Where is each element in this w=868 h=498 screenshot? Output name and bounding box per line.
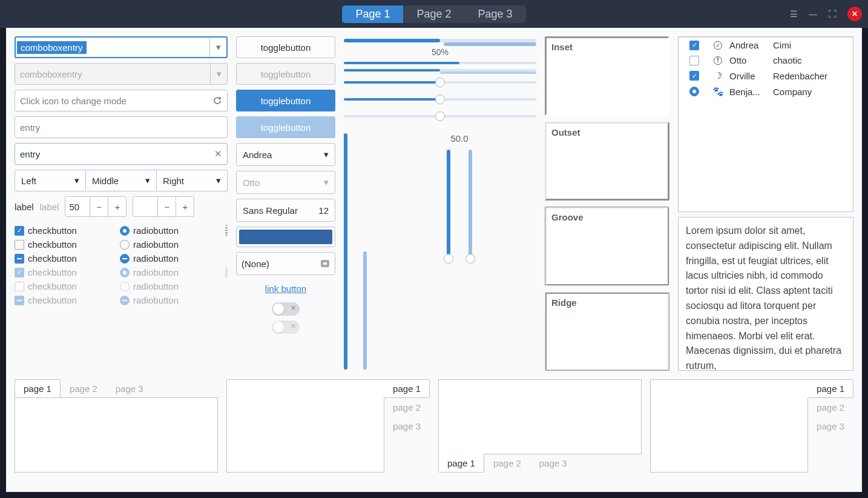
entry-mode[interactable]: Click icon to change mode	[15, 90, 228, 111]
table-row[interactable]: 🐾 Benja... Company	[679, 84, 853, 99]
minimize-icon[interactable]: —	[809, 9, 817, 19]
row-checkbox[interactable]	[689, 41, 699, 50]
checkbutton-1[interactable]: checkbutton	[15, 225, 109, 236]
notebook-page	[650, 379, 808, 473]
checkbutton-4-disabled: checkbutton	[15, 267, 109, 277]
switch-1[interactable]: ✕	[272, 302, 300, 316]
entry-1[interactable]: entry	[15, 116, 228, 138]
spin-minus-icon[interactable]: −	[90, 197, 108, 216]
combo-text[interactable]: comboboxentry	[17, 41, 87, 54]
spinner-icon-disabled	[225, 266, 228, 279]
table-row[interactable]: ✓ Andrea Cimi	[679, 38, 853, 53]
progress-label: 50%	[344, 47, 536, 57]
refresh-icon[interactable]	[212, 96, 222, 105]
entry-2[interactable]: entry ✕	[15, 143, 228, 165]
color-swatch-inner	[239, 230, 332, 244]
radiobutton-5-disabled: radiobutton	[120, 281, 214, 291]
nb-tab-3[interactable]: page 3	[107, 379, 153, 398]
nb-tab-1[interactable]: page 1	[384, 379, 430, 398]
checkbutton-3[interactable]: checkbutton	[15, 253, 109, 264]
treeview[interactable]: ✓ Andrea Cimi ! Otto chaotic ☽ Orville R…	[678, 36, 853, 212]
nb-tab-3[interactable]: page 3	[807, 417, 853, 436]
switch-off-icon: ✕	[291, 304, 296, 312]
checkbutton-2[interactable]: checkbutton	[15, 239, 109, 250]
nb-tab-2[interactable]: page 2	[61, 379, 107, 398]
row-checkbox[interactable]	[689, 71, 699, 81]
notebook-page	[15, 397, 218, 473]
font-selector[interactable]: Sans Regular12	[236, 199, 335, 222]
spin-plus-icon[interactable]: +	[108, 197, 126, 216]
checkbutton-5-disabled: checkbutton	[15, 281, 109, 291]
file-chooser-button[interactable]: (None)	[236, 252, 335, 275]
row-checkbox[interactable]	[689, 56, 699, 65]
svg-rect-1	[323, 262, 327, 265]
maximize-icon[interactable]: ⛶	[828, 9, 837, 19]
clear-icon[interactable]: ✕	[214, 148, 222, 159]
table-row[interactable]: ! Otto chaotic	[679, 53, 853, 68]
tab-page-3[interactable]: Page 3	[465, 5, 526, 23]
notebook-right-tabs-2: page 1 page 2 page 3	[650, 379, 853, 473]
textview[interactable]: Lorem ipsum dolor sit amet, consectetur …	[678, 217, 853, 371]
close-icon[interactable]: ✕	[847, 7, 862, 21]
chevron-down-icon[interactable]: ▾	[209, 38, 226, 57]
togglebutton-4-active-disabled: togglebutton	[236, 116, 335, 138]
label-enabled: label	[15, 202, 34, 212]
scale-h-3[interactable]	[344, 115, 536, 118]
col-entries: comboboxentry ▾ comboboxentry ▾ Click ic…	[15, 36, 228, 371]
night-icon: ☽	[714, 70, 722, 81]
scale-v-1[interactable]	[344, 133, 347, 370]
titlebar: Page 1 Page 2 Page 3 ☰ — ⛶ ✕	[0, 0, 868, 28]
nb-tab-1[interactable]: page 1	[807, 379, 853, 398]
dropdown-row: Left▾ Middle▾ Right▾	[15, 170, 228, 191]
scale-h-1[interactable]	[344, 81, 536, 84]
nb-tab-2[interactable]: page 2	[384, 398, 430, 417]
spinbutton-2-disabled: − +	[133, 196, 194, 217]
link-button[interactable]: link button	[236, 280, 335, 297]
scale-v-2[interactable]	[363, 251, 367, 370]
chevron-down-icon: ▾	[324, 177, 329, 188]
chevron-down-icon: ▾	[210, 64, 227, 84]
nb-tab-3[interactable]: page 3	[384, 417, 430, 436]
spinbutton-1[interactable]: 50 − +	[65, 196, 127, 217]
tab-page-1[interactable]: Page 1	[342, 5, 403, 23]
dropdown-left[interactable]: Left▾	[15, 170, 86, 191]
togglebutton-3-active[interactable]: togglebutton	[236, 90, 335, 111]
combo-text: comboboxentry	[15, 69, 210, 79]
dropdown-middle[interactable]: Middle▾	[86, 170, 157, 191]
scale-v-4[interactable]	[469, 150, 472, 259]
row-radio[interactable]	[689, 87, 699, 96]
nb-tab-3[interactable]: page 3	[530, 454, 576, 473]
radiobutton-2[interactable]: radiobutton	[120, 239, 214, 250]
color-button[interactable]	[236, 227, 335, 247]
nb-tab-1[interactable]: page 1	[15, 379, 61, 398]
table-row[interactable]: ☽ Orville Redenbacher	[679, 68, 853, 84]
progressbar-3	[344, 69, 536, 71]
paw-icon: 🐾	[712, 86, 724, 97]
notebooks-area: page 1 page 2 page 3 page 1 page 2 page …	[6, 379, 862, 481]
togglebutton-1[interactable]: togglebutton	[236, 36, 335, 58]
tab-page-2[interactable]: Page 2	[403, 5, 464, 23]
dropdown-right[interactable]: Right▾	[157, 170, 228, 191]
radiobutton-3[interactable]: radiobutton	[120, 253, 214, 264]
notebook-page	[438, 379, 642, 454]
label-spin-row: label label 50 − + − +	[15, 196, 228, 217]
scale-v-3[interactable]	[447, 150, 450, 259]
entry-value: entry	[20, 122, 40, 133]
nb-tab-2[interactable]: page 2	[484, 454, 530, 473]
spin-value[interactable]: 50	[65, 197, 90, 216]
nb-tab-2[interactable]: page 2	[807, 398, 853, 417]
page-switcher: Page 1 Page 2 Page 3	[342, 5, 525, 23]
combobox-andrea[interactable]: Andrea▾	[236, 143, 335, 166]
hamburger-menu-icon[interactable]: ☰	[790, 9, 798, 19]
check-radio-grid: checkbutton radiobutton checkbutton radi…	[15, 225, 228, 305]
comboboxentry-1[interactable]: comboboxentry ▾	[15, 36, 228, 58]
scale-h-2[interactable]	[344, 98, 536, 101]
nb-tab-1[interactable]: page 1	[438, 454, 484, 473]
window-controls: ☰ — ⛶ ✕	[790, 7, 862, 21]
chevron-down-icon: ▾	[324, 149, 329, 160]
radiobutton-1[interactable]: radiobutton	[120, 225, 214, 236]
spinner-icon	[225, 224, 228, 237]
check-circle-icon: ✓	[714, 41, 722, 50]
radiobutton-4-disabled: radiobutton	[120, 267, 214, 277]
radiobutton-6-disabled: radiobutton	[120, 295, 214, 305]
